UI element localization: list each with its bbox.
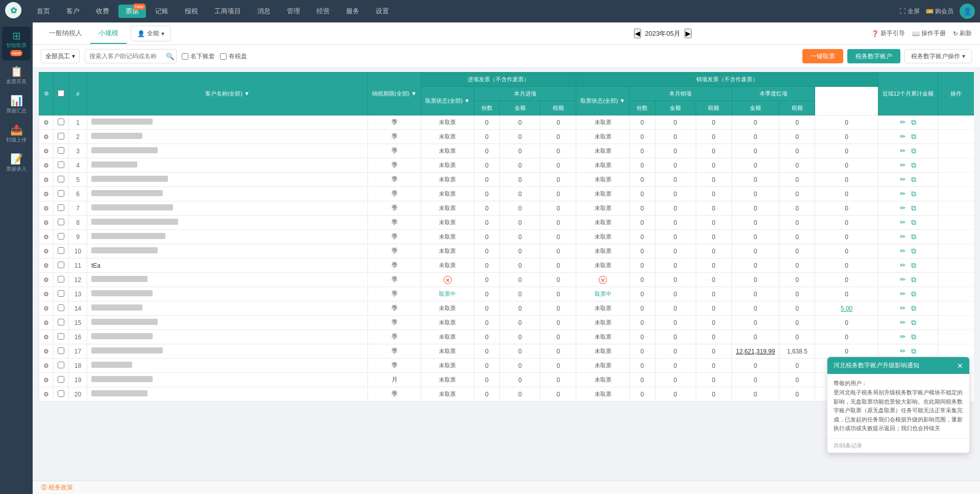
nav-home[interactable]: 首页 — [30, 5, 57, 18]
search-button[interactable]: 🔍 — [166, 53, 175, 60]
row-edit-btn[interactable]: ✏ — [898, 190, 908, 198]
row-settings[interactable]: ⚙ — [39, 216, 54, 230]
app-logo[interactable]: ✿ — [5, 2, 23, 20]
row-copy-btn[interactable]: ⧉ — [910, 175, 918, 184]
tab-all-dropdown[interactable]: 👤 全能 ▾ — [131, 26, 171, 41]
nav-invoice[interactable]: 票据 new — [118, 5, 146, 18]
row-customer-name[interactable] — [87, 130, 368, 144]
row-checkbox[interactable] — [54, 387, 69, 402]
row-edit-btn[interactable]: ✏ — [898, 132, 908, 140]
row-checkbox[interactable] — [54, 359, 69, 373]
nav-operations[interactable]: 经营 — [309, 5, 337, 18]
row-customer-name[interactable] — [87, 244, 368, 258]
row-settings[interactable]: ⚙ — [39, 273, 54, 287]
row-customer-name[interactable] — [87, 144, 368, 158]
row-settings[interactable]: ⚙ — [39, 230, 54, 244]
tax-disk-checkbox[interactable] — [220, 53, 227, 60]
row-checkbox[interactable] — [54, 216, 69, 230]
member-btn[interactable]: 🎫 购会员 — [926, 7, 953, 16]
row-checkbox[interactable] — [54, 187, 69, 201]
row-copy-btn[interactable]: ⧉ — [910, 204, 918, 213]
row-settings[interactable]: ⚙ — [39, 344, 54, 359]
sidebar-item-record[interactable]: 📝 票据录入 — [2, 150, 31, 177]
row-edit-btn[interactable]: ✏ — [898, 232, 908, 241]
row-edit-btn[interactable]: ✏ — [898, 347, 908, 355]
row-settings[interactable]: ⚙ — [39, 144, 54, 158]
row-customer-name[interactable] — [87, 330, 368, 344]
row-settings[interactable]: ⚙ — [39, 158, 54, 173]
one-click-fetch-btn[interactable]: 一键取票 — [802, 49, 843, 63]
row-copy-btn[interactable]: ⧉ — [910, 318, 918, 327]
row-copy-btn[interactable]: ⧉ — [910, 218, 918, 227]
row-settings[interactable]: ⚙ — [39, 173, 54, 187]
tab-small-scale[interactable]: 小规模 — [90, 23, 127, 44]
ledger-checkbox[interactable] — [182, 53, 188, 60]
row-checkbox[interactable] — [54, 230, 69, 244]
row-settings[interactable]: ⚙ — [39, 359, 54, 373]
th-customer[interactable]: 客户名称(全部) ▼ — [87, 73, 368, 115]
row-copy-btn[interactable]: ⧉ — [910, 333, 918, 341]
next-month-btn[interactable]: ▶ — [684, 29, 692, 38]
row-edit-btn[interactable]: ✏ — [898, 261, 908, 269]
nav-tax[interactable]: 报税 — [178, 5, 205, 18]
row-customer-name[interactable] — [87, 173, 368, 187]
row-copy-btn[interactable]: ⧉ — [910, 161, 918, 170]
row-edit-btn[interactable]: ✏ — [898, 204, 908, 212]
row-copy-btn[interactable]: ⧉ — [910, 190, 918, 198]
row-copy-btn[interactable]: ⧉ — [910, 232, 918, 241]
new-guide-btn[interactable]: ❓ 新手引导 — [871, 29, 905, 38]
row-checkbox[interactable] — [54, 301, 69, 316]
row-edit-btn[interactable]: ✏ — [898, 118, 908, 126]
row-settings[interactable]: ⚙ — [39, 187, 54, 201]
nav-business[interactable]: 工商项目 — [207, 5, 248, 18]
row-copy-btn[interactable]: ⧉ — [910, 275, 918, 284]
row-settings[interactable]: ⚙ — [39, 258, 54, 273]
row-copy-btn[interactable]: ⧉ — [910, 347, 918, 356]
search-input[interactable] — [85, 49, 177, 63]
nav-billing[interactable]: 收费 — [89, 5, 116, 18]
row-checkbox[interactable] — [54, 201, 69, 216]
row-copy-btn[interactable]: ⧉ — [910, 147, 918, 155]
row-customer-name[interactable] — [87, 344, 368, 359]
row-edit-btn[interactable]: ✏ — [898, 290, 908, 298]
row-settings[interactable]: ⚙ — [39, 244, 54, 258]
row-customer-name[interactable] — [87, 158, 368, 173]
nav-messages[interactable]: 消息 — [250, 5, 278, 18]
nav-manage[interactable]: 管理 — [280, 5, 307, 18]
row-customer-name[interactable] — [87, 359, 368, 373]
sidebar-item-smart-fetch[interactable]: ⊞ 智能取票 new — [2, 27, 31, 60]
row-copy-btn[interactable]: ⧉ — [910, 118, 918, 127]
row-customer-name[interactable] — [87, 115, 368, 130]
row-checkbox[interactable] — [54, 158, 69, 173]
row-edit-btn[interactable]: ✏ — [898, 218, 908, 226]
row-edit-btn[interactable]: ✏ — [898, 318, 908, 326]
row-customer-name[interactable] — [87, 187, 368, 201]
row-checkbox[interactable] — [54, 316, 69, 330]
row-checkbox[interactable] — [54, 287, 69, 301]
row-copy-btn[interactable]: ⧉ — [910, 304, 918, 313]
row-edit-btn[interactable]: ✏ — [898, 304, 908, 312]
notification-close-btn[interactable]: ✕ — [957, 362, 963, 370]
row-customer-name[interactable] — [87, 373, 368, 387]
row-customer-name[interactable] — [87, 201, 368, 216]
row-edit-btn[interactable]: ✏ — [898, 147, 908, 155]
row-customer-name[interactable] — [87, 287, 368, 301]
row-edit-btn[interactable]: ✏ — [898, 247, 908, 255]
row-settings[interactable]: ⚙ — [39, 373, 54, 387]
tax-disk-check-label[interactable]: 有税盘 — [220, 52, 247, 61]
sidebar-item-issue[interactable]: 📋 发票开具 — [2, 62, 31, 89]
row-customer-name[interactable]: tEa — [87, 258, 368, 273]
row-checkbox[interactable] — [54, 373, 69, 387]
prev-month-btn[interactable]: ◀ — [634, 29, 641, 38]
sidebar-item-upload[interactable]: 📤 扫描上传 — [2, 121, 31, 148]
row-settings[interactable]: ⚙ — [39, 201, 54, 216]
th-period[interactable]: 纳税期限(全部) ▼ — [368, 73, 421, 115]
user-avatar[interactable]: 👤 — [960, 4, 975, 19]
row-customer-name[interactable] — [87, 316, 368, 330]
row-settings[interactable]: ⚙ — [39, 330, 54, 344]
row-edit-btn[interactable]: ✏ — [898, 275, 908, 284]
row-edit-btn[interactable]: ✏ — [898, 333, 908, 341]
row-checkbox[interactable] — [54, 130, 69, 144]
ledger-check-label[interactable]: 名下账套 — [182, 52, 215, 61]
nav-service[interactable]: 服务 — [339, 5, 366, 18]
